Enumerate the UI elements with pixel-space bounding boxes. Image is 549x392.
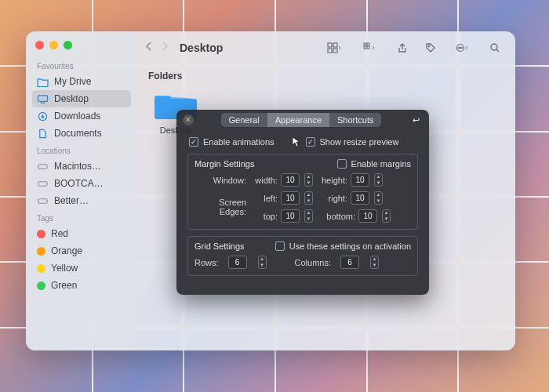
close-icon[interactable]: ✕ [183, 114, 194, 125]
sidebar-header-tags: Tags [32, 209, 131, 225]
sidebar-tag-orange[interactable]: Orange [32, 242, 131, 260]
tab-shortcuts[interactable]: Shortcuts [329, 113, 381, 127]
sidebar-item-desktop[interactable]: Desktop [32, 90, 131, 107]
preferences-panel[interactable]: ✕ General Appearance Shortcuts ↩ Enable … [176, 110, 429, 295]
sidebar-header-locations: Locations [32, 142, 131, 158]
svg-rect-11 [364, 46, 366, 49]
tab-appearance[interactable]: Appearance [267, 113, 329, 127]
zoom-button[interactable] [64, 41, 72, 49]
minimize-button[interactable] [49, 41, 58, 49]
forward-button[interactable] [161, 41, 169, 55]
search-button[interactable] [484, 39, 506, 56]
stepper-icon[interactable]: ▲▼ [304, 209, 313, 223]
checkbox-label: Use these settings on activation [289, 241, 411, 251]
svg-rect-5 [328, 43, 332, 47]
sidebar-item-label: My Drive [54, 76, 91, 87]
sidebar-item-documents[interactable]: Documents [32, 125, 131, 142]
stepper-icon[interactable]: ▲▼ [258, 256, 267, 269]
tag-dot-icon [37, 230, 45, 238]
close-button[interactable] [35, 41, 44, 49]
svg-rect-6 [333, 43, 337, 47]
use-on-activation-checkbox[interactable]: Use these settings on activation [275, 241, 411, 251]
height-input[interactable]: 10 [351, 173, 369, 187]
window-title: Desktop [180, 42, 223, 54]
tag-dot-icon [37, 281, 45, 290]
svg-rect-0 [38, 95, 47, 100]
window-controls [32, 38, 131, 57]
cursor-icon [292, 136, 301, 147]
sidebar-item-bootcamp[interactable]: BOOTCA… [32, 175, 131, 192]
sidebar-item-label: Macintos… [54, 161, 101, 172]
sidebar-item-downloads[interactable]: Downloads [32, 107, 131, 125]
sidebar-item-label: Downloads [54, 111, 100, 122]
view-mode-button[interactable] [319, 39, 349, 56]
show-resize-preview-checkbox[interactable]: Show resize preview [292, 136, 399, 147]
svg-rect-3 [38, 181, 47, 186]
share-button[interactable] [391, 39, 413, 56]
top-label: top: [251, 212, 278, 221]
sidebar-tag-green[interactable]: Green [32, 277, 131, 294]
tab-general[interactable]: General [221, 113, 267, 127]
sidebar-tag-yellow[interactable]: Yellow [32, 260, 131, 277]
sidebar-item-better[interactable]: Better… [32, 192, 131, 209]
sidebar-item-label: Documents [54, 128, 102, 139]
finder-sidebar: Favourites My Drive Desktop Downloads Do… [26, 31, 136, 350]
group-by-button[interactable] [355, 39, 385, 56]
svg-rect-12 [367, 46, 369, 49]
stepper-icon[interactable]: ▲▼ [374, 173, 383, 187]
back-button[interactable] [145, 41, 153, 55]
svg-point-13 [428, 45, 430, 47]
left-input[interactable]: 10 [281, 191, 300, 205]
grid-settings-group: Grid Settings Use these settings on acti… [187, 236, 418, 276]
checkbox-icon [189, 137, 198, 147]
checkbox-label: Enable margins [351, 159, 411, 169]
stepper-icon[interactable]: ▲▼ [304, 191, 313, 205]
top-input[interactable]: 10 [281, 209, 300, 223]
svg-rect-9 [364, 43, 366, 45]
sidebar-item-mydrive[interactable]: My Drive [32, 73, 131, 90]
back-icon[interactable]: ↩ [409, 115, 423, 125]
finder-toolbar: Desktop [136, 31, 515, 64]
svg-rect-7 [328, 49, 332, 53]
bottom-label: bottom: [321, 212, 355, 221]
enable-animations-checkbox[interactable]: Enable animations [189, 137, 274, 147]
desktop-icon [37, 94, 49, 104]
tag-button[interactable] [420, 39, 442, 56]
group-title: Grid Settings [195, 241, 245, 251]
sidebar-tag-red[interactable]: Red [32, 225, 131, 242]
width-input[interactable]: 10 [281, 173, 300, 187]
svg-point-17 [461, 47, 463, 49]
folder-icon [37, 77, 49, 87]
sidebar-item-macintosh[interactable]: Macintos… [32, 158, 131, 175]
stepper-icon[interactable]: ▲▼ [382, 209, 391, 223]
columns-input[interactable]: 6 [340, 256, 359, 269]
enable-margins-checkbox[interactable]: Enable margins [337, 159, 411, 169]
stepper-icon[interactable]: ▲▼ [374, 191, 383, 205]
sidebar-item-label: Better… [54, 195, 89, 206]
download-icon [37, 111, 49, 122]
disk-icon [37, 162, 49, 172]
checkbox-icon [306, 137, 315, 147]
right-input[interactable]: 10 [351, 191, 369, 205]
action-button[interactable] [448, 39, 478, 56]
section-header: Folders [148, 69, 503, 88]
columns-label: Columns: [295, 258, 331, 267]
tag-dot-icon [37, 247, 45, 256]
checkbox-label: Enable animations [203, 137, 274, 147]
svg-rect-4 [38, 198, 47, 203]
bottom-input[interactable]: 10 [358, 209, 377, 223]
sidebar-item-label: Yellow [51, 263, 78, 274]
stepper-icon[interactable]: ▲▼ [304, 173, 313, 187]
sidebar-header-favourites: Favourites [32, 57, 131, 73]
checkbox-icon [275, 241, 285, 251]
disk-icon [37, 179, 49, 189]
rows-input[interactable]: 6 [228, 256, 247, 269]
stepper-icon[interactable]: ▲▼ [370, 256, 379, 269]
window-label: Window: [195, 176, 251, 185]
rows-label: Rows: [195, 258, 219, 267]
svg-rect-2 [38, 164, 47, 169]
preferences-titlebar: ✕ General Appearance Shortcuts ↩ [176, 110, 429, 130]
checkbox-icon [337, 159, 347, 169]
svg-point-18 [491, 44, 497, 50]
tag-dot-icon [37, 264, 45, 273]
